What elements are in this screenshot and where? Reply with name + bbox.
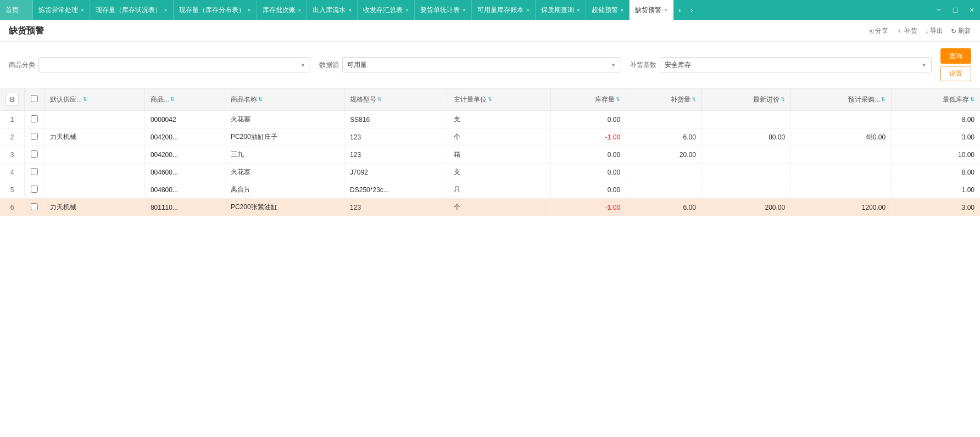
tab-close-xcfb[interactable]: × [248, 7, 251, 13]
replenish-value: 安全库存 [665, 60, 691, 70]
window-max-button[interactable]: □ [947, 0, 964, 20]
filter-area: 商品分类 ▼ 数据源 可用量 ▼ 补货基数 安全库存 ▼ 查询 设置 [0, 42, 980, 88]
th-stock: 库存量 ⇅ [550, 88, 626, 111]
cell-stock: 0.00 [550, 146, 626, 164]
filter-buttons: 查询 设置 [940, 48, 971, 81]
cell-stock: 0.00 [550, 181, 626, 199]
tab-xcfb[interactable]: 现存量（库存分布表） × [174, 0, 257, 20]
window-close-button[interactable]: × [964, 0, 980, 20]
tab-close-kpzh[interactable]: × [298, 7, 302, 13]
tab-xczk[interactable]: 现存量（库存状况表） × [90, 0, 174, 20]
cell-estimated: 1200.00 [791, 199, 892, 216]
th-stock-label: 库存量 [595, 95, 615, 104]
share-icon: ⎋ [870, 27, 873, 35]
tab-bqcx[interactable]: 保质期查询 × [536, 0, 586, 20]
datasource-value: 可用量 [347, 60, 367, 70]
row-checkbox[interactable] [31, 115, 38, 122]
cell-name: 火花塞 [225, 111, 344, 128]
share-action[interactable]: ⎋ 分享 [870, 26, 888, 36]
setting-button[interactable]: 设置 [940, 66, 971, 81]
tab-ccyj[interactable]: 超储预警 × [586, 0, 630, 20]
table-row: 2 力天机械 004200... PC200油缸庄子 123 个 -1.00 6… [0, 128, 980, 146]
th-code: 商品... ⇅ [144, 88, 225, 111]
data-table: ⚙ 默认供应... ⇅ 商品... ⇅ [0, 88, 980, 216]
refresh-icon: ↻ [951, 27, 956, 35]
th-supplier: 默认供应... ⇅ [44, 88, 145, 111]
cell-supplier: 力天机械 [44, 128, 145, 146]
cell-name: 三九 [225, 146, 344, 164]
supplement-action[interactable]: ＋ 补货 [896, 26, 917, 36]
th-checkbox [25, 88, 44, 111]
page-header: 缺货预警 ⎋ 分享 ＋ 补货 ↓ 导出 ↻ 刷新 [0, 20, 980, 42]
th-replenish-sort-icon: ⇅ [692, 97, 696, 102]
window-min-button[interactable]: － [931, 0, 947, 20]
tab-close-bqcx[interactable]: × [577, 7, 580, 13]
cell-replenish [626, 181, 702, 199]
replenish-label: 补货基数 [630, 60, 656, 70]
cell-min-stock: 8.00 [892, 111, 980, 128]
cell-idx: 5 [0, 181, 25, 199]
tab-kpzh[interactable]: 库存批次账 × [257, 0, 308, 20]
cell-stock: 0.00 [550, 164, 626, 181]
tab-ydtj[interactable]: 要货单统计表 × [415, 0, 472, 20]
cell-spec: 123 [344, 146, 448, 164]
cell-supplier [44, 181, 145, 199]
category-select[interactable]: ▼ [38, 57, 310, 72]
th-code-label: 商品... [151, 95, 169, 104]
row-checkbox[interactable] [31, 186, 38, 193]
cell-unit: 支 [448, 111, 550, 128]
cell-spec: 123 [344, 199, 448, 216]
cell-replenish: 6.00 [626, 199, 702, 216]
tab-nav-next[interactable]: › [686, 0, 698, 20]
window-controls: － □ × [931, 0, 980, 20]
th-min-stock-sort-icon: ⇅ [970, 97, 975, 102]
tab-close-crls[interactable]: × [348, 7, 352, 13]
table-row: 1 0000042 火花塞 SS816 支 0.00 8.00 [0, 111, 980, 128]
row-checkbox[interactable] [31, 150, 38, 158]
cell-stock: 0.00 [550, 111, 626, 128]
row-checkbox[interactable] [31, 203, 38, 210]
cell-checkbox [25, 111, 44, 128]
tab-home[interactable]: 首页 [0, 0, 33, 20]
tab-shzh[interactable]: 收发存汇总表 × [358, 0, 415, 20]
cell-code: 004800... [144, 181, 225, 199]
datasource-dropdown-icon: ▼ [611, 62, 616, 68]
tab-kyzh[interactable]: 可用量库存账本 × [472, 0, 536, 20]
th-name-label: 商品名称 [231, 95, 257, 104]
tab-close-kyzh[interactable]: × [526, 7, 530, 13]
replenish-select[interactable]: 安全库存 ▼ [660, 57, 932, 72]
query-button[interactable]: 查询 [940, 48, 971, 64]
category-label: 商品分类 [9, 60, 35, 70]
export-action[interactable]: ↓ 导出 [925, 26, 943, 36]
table-header-row: ⚙ 默认供应... ⇅ 商品... ⇅ [0, 88, 980, 111]
tab-close-shzh[interactable]: × [405, 7, 409, 13]
tab-nav-prev[interactable]: ‹ [673, 0, 686, 20]
replenish-dropdown-icon: ▼ [921, 62, 927, 68]
refresh-action[interactable]: ↻ 刷新 [951, 26, 971, 36]
th-replenish: 补货量 ⇅ [626, 88, 702, 111]
cell-latest-price: 80.00 [701, 128, 790, 146]
main-content: 缺货预警 ⎋ 分享 ＋ 补货 ↓ 导出 ↻ 刷新 商品分类 [0, 20, 980, 437]
th-unit: 主计量单位 ⇅ [448, 88, 550, 111]
tab-crls[interactable]: 出入库流水 × [307, 0, 358, 20]
cell-unit: 个 [448, 128, 550, 146]
tab-qhyj[interactable]: 缺货预警 × [630, 0, 673, 20]
tab-lyjc[interactable]: 炼货异常处理 × [33, 0, 90, 20]
datasource-select[interactable]: 可用量 ▼ [342, 57, 621, 72]
cell-code: 0000042 [144, 111, 225, 128]
header-actions: ⎋ 分享 ＋ 补货 ↓ 导出 ↻ 刷新 [870, 26, 971, 36]
tab-close-ccyj[interactable]: × [621, 7, 624, 13]
tab-close-lyjc[interactable]: × [81, 7, 84, 13]
tab-close-xczk[interactable]: × [164, 7, 168, 13]
tab-close-ydtj[interactable]: × [463, 7, 466, 13]
cell-latest-price: 200.00 [701, 199, 790, 216]
cell-replenish: 20.00 [626, 146, 702, 164]
select-all-checkbox[interactable] [31, 95, 38, 102]
row-checkbox[interactable] [31, 168, 38, 175]
cell-estimated [791, 111, 892, 128]
row-checkbox[interactable] [31, 133, 38, 140]
column-settings-button[interactable]: ⚙ [5, 93, 19, 106]
cell-name: PC200张紧油缸 [225, 199, 344, 216]
tab-close-qhyj[interactable]: × [664, 7, 667, 13]
cell-unit: 个 [448, 199, 550, 216]
